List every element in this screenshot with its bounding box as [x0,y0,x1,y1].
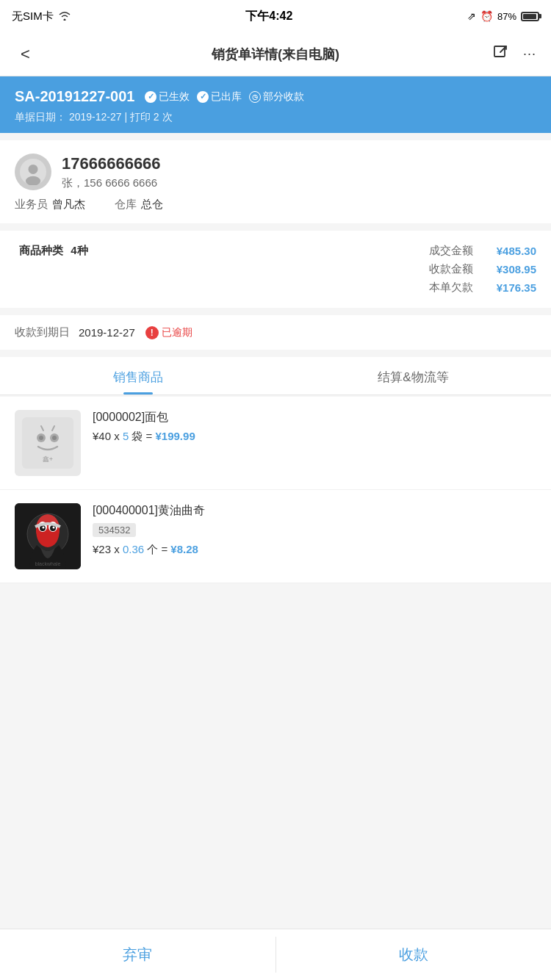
share-icon[interactable] [492,44,508,65]
tabs-section: 销售商品 结算&物流等 [0,357,551,395]
customer-section: 17666666666 张，156 6666 6666 业务员 曾凡杰 仓库 总… [0,140,551,223]
order-date-line: 单据日期： 2019-12-27 | 打印 2 次 [15,111,536,124]
svg-text:blackwhale: blackwhale [35,561,61,566]
svg-point-8 [52,436,57,440]
customer-sub: 张，156 6666 6666 [62,176,161,190]
product-name-2: [000400001]黄油曲奇 [93,503,536,519]
status-badges: ✓ 已生效 ✓ 已出库 ◷ 部分收款 [145,90,304,104]
back-button[interactable]: < [15,39,36,70]
shipped-icon: ✓ [197,91,209,103]
status-left: 无SIM卡 [12,10,71,24]
reject-button[interactable]: 弃审 [0,929,276,980]
battery-icon [521,12,539,21]
clock-icon: ◷ [249,91,261,103]
overdue-icon: ! [145,326,159,339]
svg-point-2 [29,165,38,174]
svg-point-17 [43,527,45,529]
warehouse-item: 仓库 总仓 [115,198,163,212]
stats-section: 商品种类 4种 成交金额 ¥485.30 收款金额 ¥308.95 本单欠款 ¥… [0,231,551,308]
product-thumbnail-2: blackwhale [15,503,81,569]
status-right: ⇗ ⏰ 87% [467,10,539,22]
svg-point-7 [39,436,43,440]
debt-amount-row: 本单欠款 ¥176.35 [429,281,536,295]
tab-settlement[interactable]: 结算&物流等 [276,357,551,394]
confirm-button[interactable]: 收款 [276,929,552,980]
overdue-badge: ! 已逾期 [145,326,192,339]
order-header-top: SA-20191227-001 ✓ 已生效 ✓ 已出库 ◷ 部分收款 [15,88,536,105]
product-item: blackwhale [000400001]黄油曲奇 534532 ¥23 x … [0,490,551,583]
svg-rect-0 [494,46,505,57]
more-icon[interactable]: ··· [523,46,536,62]
tab-sales-products[interactable]: 销售商品 [0,357,276,394]
badge-shipped: ✓ 已出库 [197,90,242,104]
due-section: 收款到期日 2019-12-27 ! 已逾期 [0,315,551,350]
svg-point-18 [53,527,55,529]
customer-name-block: 17666666666 张，156 6666 6666 [62,154,161,190]
product-info-1: [0000002]面包 ¥40 x 5 袋 = ¥199.99 [93,410,536,476]
page-title: 销货单详情(来自电脑) [212,46,339,63]
recv-amount-row: 收款金额 ¥308.95 [429,262,536,276]
wifi-icon [58,10,71,23]
product-type-count: 商品种类 4种 [15,244,88,295]
avatar [15,154,51,190]
product-list: 鑫+ [0000002]面包 ¥40 x 5 袋 = ¥199.99 [0,397,551,583]
product-price-1: ¥40 x 5 袋 = ¥199.99 [93,430,536,444]
customer-top: 17666666666 张，156 6666 6666 [15,154,536,190]
order-header: SA-20191227-001 ✓ 已生效 ✓ 已出库 ◷ 部分收款 单据日期：… [0,76,551,133]
product-item: 鑫+ [0000002]面包 ¥40 x 5 袋 = ¥199.99 [0,397,551,490]
customer-name: 17666666666 [62,154,161,173]
alarm-icon: ⏰ [480,10,493,22]
nav-bar: < 销货单详情(来自电脑) ··· [0,32,551,76]
nav-actions: ··· [492,44,536,65]
product-sku: 534532 [93,523,136,537]
battery-percent: 87% [497,11,516,22]
deal-amount-row: 成交金额 ¥485.30 [429,244,536,258]
product-price-2: ¥23 x 0.36 个 = ¥8.28 [93,543,536,557]
activated-icon: ✓ [145,91,156,103]
customer-meta: 业务员 曾凡杰 仓库 总仓 [15,198,536,212]
order-id: SA-20191227-001 [15,88,134,105]
product-name-1: [0000002]面包 [93,410,536,425]
bottom-bar: 弃审 收款 [0,929,551,980]
svg-text:鑫+: 鑫+ [43,455,53,463]
amount-stats: 成交金额 ¥485.30 收款金额 ¥308.95 本单欠款 ¥176.35 [429,244,536,295]
badge-partial-payment: ◷ 部分收款 [249,90,304,104]
product-info-2: [000400001]黄油曲奇 534532 ¥23 x 0.36 个 = ¥8… [93,503,536,569]
status-bar: 无SIM卡 下午4:42 ⇗ ⏰ 87% [0,0,551,32]
sales-item: 业务员 曾凡杰 [15,198,85,212]
product-thumbnail-1: 鑫+ [15,410,81,476]
badge-activated: ✓ 已生效 [145,90,190,104]
network-label: 无SIM卡 [12,10,54,24]
location-icon: ⇗ [467,10,476,22]
status-time: 下午4:42 [245,9,292,24]
